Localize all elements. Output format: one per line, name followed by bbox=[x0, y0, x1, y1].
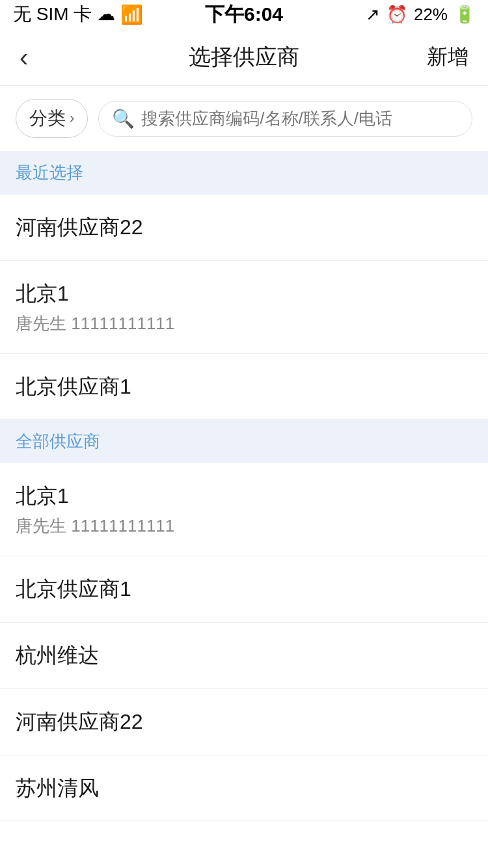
category-label: 分类 bbox=[29, 106, 66, 131]
item-name: 河南供应商22 bbox=[16, 707, 472, 737]
add-button[interactable]: 新增 bbox=[427, 43, 468, 72]
recent-section-title: 最近选择 bbox=[16, 163, 83, 182]
item-name: 北京1 bbox=[16, 279, 472, 308]
list-item[interactable]: 北京供应商1 bbox=[0, 556, 488, 623]
recent-list: 河南供应商22北京1唐先生 11111111111北京供应商1 bbox=[0, 195, 488, 420]
list-item[interactable]: 杭州维达 bbox=[0, 623, 488, 689]
page-title: 选择供应商 bbox=[189, 42, 299, 72]
list-item[interactable]: 北京供应商1 bbox=[0, 354, 488, 420]
search-input[interactable] bbox=[141, 109, 459, 129]
battery-percent: 22% bbox=[414, 5, 448, 25]
all-section-header: 全部供应商 bbox=[0, 420, 488, 463]
chevron-right-icon: › bbox=[70, 110, 74, 127]
list-item[interactable]: 河南供应商22 bbox=[0, 689, 488, 755]
list-item[interactable]: 苏州清风 bbox=[0, 755, 488, 822]
item-name: 北京供应商1 bbox=[16, 372, 472, 401]
list-item[interactable]: 北京1唐先生 11111111111 bbox=[0, 463, 488, 556]
item-sub: 唐先生 11111111111 bbox=[16, 312, 472, 335]
sim-status: 无 SIM 卡 ☁ bbox=[13, 2, 115, 27]
search-box[interactable]: 🔍 bbox=[98, 101, 472, 137]
all-section-title: 全部供应商 bbox=[16, 431, 100, 451]
back-button[interactable]: ‹ bbox=[20, 44, 28, 70]
wifi-icon: 📶 bbox=[120, 4, 143, 25]
item-name: 北京供应商1 bbox=[16, 575, 472, 604]
item-name: 杭州维达 bbox=[16, 641, 472, 670]
status-left: 无 SIM 卡 ☁ 📶 bbox=[13, 2, 143, 27]
nav-bar: ‹ 选择供应商 新增 bbox=[0, 29, 488, 86]
status-time: 下午6:04 bbox=[205, 1, 283, 28]
list-item[interactable]: 北京1唐先生 11111111111 bbox=[0, 261, 488, 354]
item-name: 河南供应商22 bbox=[16, 213, 472, 242]
category-button[interactable]: 分类 › bbox=[16, 99, 88, 138]
item-sub: 唐先生 11111111111 bbox=[16, 515, 472, 537]
alarm-icon: ⏰ bbox=[386, 5, 407, 25]
all-list: 北京1唐先生 11111111111北京供应商1杭州维达河南供应商22苏州清风 bbox=[0, 463, 488, 821]
filter-bar: 分类 › 🔍 bbox=[0, 86, 488, 151]
location-icon: ↗ bbox=[366, 5, 380, 25]
item-name: 苏州清风 bbox=[16, 774, 472, 803]
status-bar: 无 SIM 卡 ☁ 📶 下午6:04 ↗ ⏰ 22% 🔋 bbox=[0, 0, 488, 29]
list-item[interactable]: 河南供应商22 bbox=[0, 195, 488, 261]
recent-section-header: 最近选择 bbox=[0, 151, 488, 195]
item-name: 北京1 bbox=[16, 481, 472, 511]
status-right: ↗ ⏰ 22% 🔋 bbox=[366, 5, 475, 25]
battery-icon: 🔋 bbox=[454, 5, 475, 25]
search-icon: 🔍 bbox=[112, 108, 135, 129]
